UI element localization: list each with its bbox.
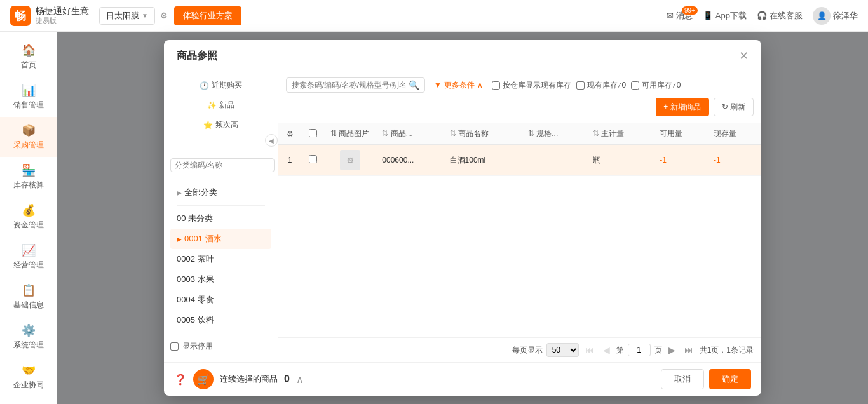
category-divider (177, 205, 265, 206)
sales-icon: 📊 (22, 83, 36, 97)
tab-new-products[interactable]: ✨ 新品 (170, 96, 271, 116)
logo-icon: 畅 (10, 6, 31, 26)
purchase-icon: 📦 (22, 123, 36, 137)
arrow-active-icon: ▶ (177, 236, 182, 243)
add-product-button[interactable]: + 新增商品 (656, 98, 708, 116)
prev-page-button[interactable]: ◀ (600, 345, 613, 355)
app-download-button[interactable]: 📱 App下载 (703, 10, 747, 22)
sidebar-item-basic-info[interactable]: 📋 基础信息 (0, 277, 57, 317)
show-disabled-label[interactable]: 显示停用 (182, 341, 213, 352)
col-header-available: 可用量 (653, 123, 707, 145)
show-disabled-checkbox[interactable] (170, 342, 179, 351)
category-all[interactable]: ▶ 全部分类 (170, 182, 271, 203)
select-all-checkbox[interactable] (309, 129, 317, 137)
product-search-input[interactable] (292, 81, 406, 90)
col-header-unit: ⇅ 主计量 (587, 123, 653, 145)
col-sort-code[interactable]: ⇅ (382, 129, 388, 138)
industry-solution-button[interactable]: 体验行业方案 (174, 6, 241, 25)
col-header-gear: ⚙ (278, 123, 301, 145)
per-page-select[interactable]: 50 10 20 100 (546, 343, 579, 357)
category-beverage[interactable]: 0005 饮料 (170, 310, 271, 330)
category-search-input[interactable] (170, 158, 275, 172)
stock-nonzero-label: 现有库存≠0 (587, 80, 626, 91)
col-sort-spec[interactable]: ⇅ (528, 129, 534, 138)
sidebar-item-system[interactable]: ⚙️ 系统管理 (0, 317, 57, 357)
cart-label: 连续选择的商品 (220, 374, 278, 385)
online-service-button[interactable]: 🎧 在线客服 (757, 10, 803, 22)
available-nonzero-label: 可用库存≠0 (642, 80, 681, 91)
col-header-checkbox (301, 123, 324, 145)
messages-badge: 99+ (682, 6, 698, 15)
toolbar-right: + 新增商品 ↻ 刷新 (656, 98, 754, 116)
sidebar-item-guide[interactable]: 📖 新手引导 (0, 397, 57, 404)
modal-close-button[interactable]: ✕ (739, 49, 749, 63)
sidebar-item-home[interactable]: 🏠 首页 (0, 37, 57, 77)
collapse-left-panel-button[interactable]: ◀ (265, 134, 278, 147)
category-snack[interactable]: 0004 零食 (170, 290, 271, 310)
confirm-button[interactable]: 确定 (709, 369, 751, 389)
row-checkbox-cell (301, 145, 324, 176)
sidebar-item-operations[interactable]: 📈 经营管理 (0, 237, 57, 277)
category-fruit[interactable]: 0003 水果 (170, 269, 271, 290)
stock-nonzero-checkbox[interactable] (576, 81, 585, 90)
tab-recent-purchase[interactable]: 🕐 近期购买 (170, 76, 271, 96)
row-unit: 瓶 (587, 145, 653, 176)
first-page-button[interactable]: ⏮ (583, 345, 597, 355)
help-icon[interactable]: ❓ (174, 374, 187, 386)
col-header-stock: 现存量 (707, 123, 761, 145)
tab-frequent[interactable]: ⭐ 频次高 (170, 116, 271, 135)
more-filters-button[interactable]: ▼ 更多条件 ∧ (430, 78, 487, 93)
modal-title: 商品参照 (177, 50, 217, 63)
user-menu[interactable]: 👤 徐泽华 (813, 7, 858, 25)
sidebar-item-sales[interactable]: 📊 销售管理 (0, 77, 57, 117)
footer-collapse-icon[interactable]: ∧ (296, 374, 304, 386)
row-stock: -1 (707, 145, 761, 176)
cart-button[interactable]: 🛒 (193, 369, 214, 389)
system-icon: ⚙️ (22, 323, 36, 337)
filter-checkbox-warehouse: 按仓库显示现有库存 (492, 80, 571, 91)
filter-checkbox-available-nonzero: 可用库存≠0 (631, 80, 681, 91)
row-checkbox[interactable] (309, 155, 317, 163)
table-head: ⚙ ⇅ 商品图片 (278, 123, 761, 145)
sidebar-item-purchase[interactable]: 📦 采购管理 (0, 117, 57, 157)
messages-button[interactable]: ✉ 消息 99+ (667, 10, 693, 22)
category-liquor[interactable]: ▶ 0001 酒水 (170, 229, 271, 249)
quick-tabs: 🕐 近期购买 (164, 76, 278, 96)
filter-icon: ▼ (434, 81, 442, 90)
pagination-summary: 共1页，1条记录 (700, 345, 754, 356)
per-page-label: 每页显示 (512, 345, 543, 356)
sidebar-item-enterprise[interactable]: 🤝 企业协同 (0, 357, 57, 397)
product-search-icon[interactable]: 🔍 (409, 80, 419, 90)
cart-count: 0 (284, 374, 290, 385)
product-table: ⚙ ⇅ 商品图片 (278, 123, 761, 176)
col-sort-unit[interactable]: ⇅ (593, 129, 599, 138)
cancel-button[interactable]: 取消 (661, 369, 704, 389)
available-nonzero-checkbox[interactable] (631, 81, 639, 90)
page-number-input[interactable] (628, 344, 651, 356)
category-no-class[interactable]: 00 未分类 (170, 208, 271, 229)
settings-icon[interactable]: ⚙ (160, 11, 168, 20)
product-image: 🖼 (340, 150, 360, 170)
nav-right: ✉ 消息 99+ 📱 App下载 🎧 在线客服 👤 徐泽华 (667, 7, 858, 25)
category-tea[interactable]: 0002 茶叶 (170, 249, 271, 269)
sidebar-item-finance[interactable]: 💰 资金管理 (0, 197, 57, 237)
clock-icon: 🕐 (200, 81, 209, 90)
last-page-button[interactable]: ⏭ (682, 345, 696, 355)
sidebar-item-inventory[interactable]: 🏪 库存核算 (0, 157, 57, 197)
star-icon: ⭐ (203, 121, 213, 130)
quick-tabs-2: ✨ 新品 (164, 96, 278, 116)
chevron-down-icon: ▼ (142, 12, 148, 19)
row-available: -1 (653, 145, 707, 176)
category-water[interactable]: 0008 水 (170, 330, 271, 336)
warehouse-display-label: 按仓库显示现有库存 (503, 80, 571, 91)
right-panel: 🔍 ▼ 更多条件 ∧ 按仓库显示现有库存 (278, 71, 761, 362)
refresh-button[interactable]: ↻ 刷新 (714, 98, 754, 116)
nav-selector[interactable]: 日太阳膜 ▼ (99, 7, 155, 25)
page-suffix: 页 (654, 345, 662, 356)
table-row[interactable]: 1 🖼 000600... 白酒100ml (278, 145, 761, 176)
warehouse-display-checkbox[interactable] (492, 81, 500, 90)
col-header-img: ⇅ 商品图片 (324, 123, 376, 145)
filter-checkbox-stock-nonzero: 现有库存≠0 (576, 80, 626, 91)
next-page-button[interactable]: ▶ (666, 345, 678, 355)
col-sort-name[interactable]: ⇅ (450, 129, 456, 138)
